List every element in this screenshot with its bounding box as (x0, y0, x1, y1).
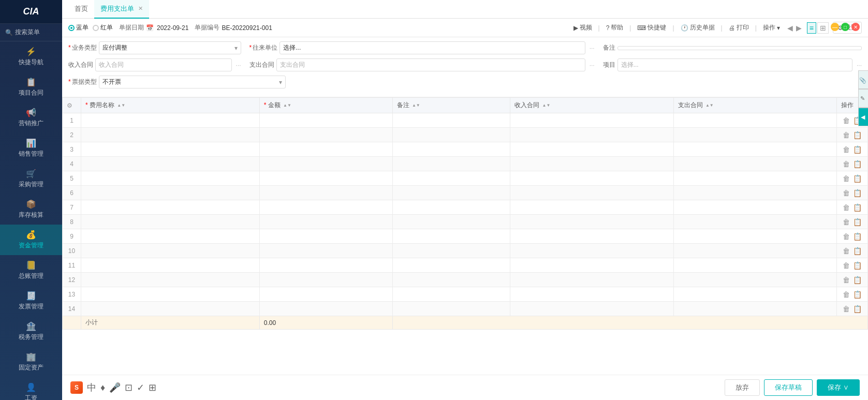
tab-home[interactable]: 首页 (68, 0, 94, 19)
expense-contract-cell[interactable] (673, 142, 836, 157)
expense-name-cell[interactable] (81, 215, 260, 229)
expense-contract-header[interactable]: 支出合同 ▲▼ (673, 98, 836, 113)
amount-cell[interactable] (259, 273, 392, 287)
save-button[interactable]: 保存 ∨ (817, 379, 860, 396)
shortcuts-btn[interactable]: ⌨ 快捷键 (635, 22, 668, 33)
copy-row-btn[interactable]: 📋 (853, 261, 862, 270)
blue-bill-radio[interactable]: 蓝单 (68, 23, 89, 32)
sidebar-item-payroll[interactable]: 👤 工资 (0, 377, 62, 400)
expense-contract-cell[interactable] (673, 113, 836, 128)
discard-button[interactable]: 放弃 (725, 379, 760, 396)
delete-row-btn[interactable]: 🗑 (843, 290, 850, 299)
amount-cell[interactable] (259, 302, 392, 316)
expense-name-cell[interactable] (81, 186, 260, 200)
income-contract-cell[interactable] (510, 273, 673, 287)
amount-sort[interactable]: ▲▼ (283, 103, 291, 108)
amount-cell[interactable] (259, 215, 392, 229)
expense-contract-cell[interactable] (673, 215, 836, 229)
amount-cell[interactable] (259, 157, 392, 171)
income-contract-cell[interactable] (510, 258, 673, 273)
sidebar-item-invoice[interactable]: 🧾 发票管理 (0, 286, 62, 316)
amount-cell[interactable] (259, 229, 392, 244)
note-cell[interactable] (392, 302, 510, 316)
expense-contract-cell[interactable] (673, 258, 836, 273)
income-contract-cell[interactable] (510, 287, 673, 302)
expense-name-cell[interactable] (81, 157, 260, 171)
amount-cell[interactable] (259, 186, 392, 200)
expense-contract-cell[interactable] (673, 229, 836, 244)
help-btn[interactable]: ? 帮助 (604, 22, 626, 33)
income-contract-cell[interactable] (510, 186, 673, 200)
copy-row-btn[interactable]: 📋 (853, 305, 862, 313)
expense-name-cell[interactable] (81, 171, 260, 186)
expense-contract-cell[interactable] (673, 244, 836, 258)
expense-name-cell[interactable] (81, 287, 260, 302)
diamond-icon[interactable]: ♦ (100, 382, 105, 393)
income-contract-cell[interactable] (510, 128, 673, 142)
collapse-side-btn[interactable]: ◀ (858, 108, 868, 126)
grid-icon[interactable]: ⊞ (149, 382, 156, 393)
amount-cell[interactable] (259, 171, 392, 186)
expense-name-cell[interactable] (81, 273, 260, 287)
amount-cell[interactable] (259, 200, 392, 215)
expense-name-cell[interactable] (81, 128, 260, 142)
view-list-btn[interactable]: ≡ (807, 22, 816, 34)
note-cell[interactable] (392, 142, 510, 157)
delete-row-btn[interactable]: 🗑 (843, 203, 850, 212)
settings-column-header[interactable]: ⚙ (63, 98, 81, 113)
note-cell[interactable] (392, 128, 510, 142)
amount-cell[interactable] (259, 287, 392, 302)
expense-contract-cell[interactable] (673, 302, 836, 316)
biz-type-select[interactable]: 应付调整 ▾ (99, 41, 241, 54)
remark-input[interactable] (617, 46, 862, 50)
delete-row-btn[interactable]: 🗑 (843, 218, 850, 226)
copy-row-btn[interactable]: 📋 (853, 247, 862, 255)
expense-contract-input[interactable]: 支出合同 (276, 58, 585, 71)
amount-cell[interactable] (259, 142, 392, 157)
delete-row-btn[interactable]: 🗑 (843, 116, 850, 125)
print-btn[interactable]: 🖨 打印 (727, 22, 751, 33)
income-contract-cell[interactable] (510, 244, 673, 258)
copy-row-btn[interactable]: 📋 (853, 174, 862, 183)
expense-contract-cell[interactable] (673, 157, 836, 171)
expense-name-cell[interactable] (81, 244, 260, 258)
amount-cell[interactable] (259, 113, 392, 128)
sidebar-item-accounting[interactable]: 📒 总账管理 (0, 255, 62, 286)
note-cell[interactable] (392, 157, 510, 171)
note-cell[interactable] (392, 273, 510, 287)
copy-row-btn[interactable]: 📋 (853, 189, 862, 197)
income-contract-more[interactable]: ··· (236, 62, 241, 69)
income-contract-cell[interactable] (510, 302, 673, 316)
delete-row-btn[interactable]: 🗑 (843, 261, 850, 270)
sidebar-item-inventory[interactable]: 📦 库存核算 (0, 194, 62, 225)
expense-name-header[interactable]: * 费用名称 ▲▼ (81, 98, 260, 113)
nav-next-btn[interactable]: ▶ (795, 24, 803, 32)
expense-contract-cell[interactable] (673, 186, 836, 200)
note-cell[interactable] (392, 244, 510, 258)
expense-contract-more[interactable]: ··· (590, 62, 595, 69)
doc-num-value[interactable]: BE-20220921-001 (222, 24, 272, 32)
expense-name-cell[interactable] (81, 229, 260, 244)
sidebar-item-capital[interactable]: 💰 资金管理 (0, 225, 62, 255)
video-btn[interactable]: ▶ 视频 (571, 22, 594, 33)
note-cell[interactable] (392, 215, 510, 229)
expense-name-cell[interactable] (81, 200, 260, 215)
copy-row-btn[interactable]: 📋 (853, 203, 862, 212)
income-contract-cell[interactable] (510, 215, 673, 229)
partner-more[interactable]: ··· (590, 45, 595, 52)
expense-contract-sort[interactable]: ▲▼ (705, 103, 714, 108)
income-contract-input[interactable]: 收入合同 (95, 58, 232, 71)
copy-row-btn[interactable]: 📋 (853, 131, 862, 139)
nav-prev-btn[interactable]: ◀ (786, 24, 794, 32)
check-icon[interactable]: ✓ (137, 382, 144, 393)
mic-icon[interactable]: 🎤 (109, 382, 121, 393)
zhong-icon[interactable]: 中 (87, 381, 96, 394)
window-close-btn[interactable]: ✕ (851, 23, 860, 31)
edit-side-btn[interactable]: ✎ (858, 89, 868, 108)
invoice-type-select[interactable]: 不开票 ▾ (99, 76, 286, 88)
expense-contract-cell[interactable] (673, 273, 836, 287)
operations-btn[interactable]: 操作 ▾ (761, 22, 782, 33)
tab-expense[interactable]: 费用支出单 ✕ (94, 0, 149, 19)
note-cell[interactable] (392, 200, 510, 215)
window-maximize-btn[interactable]: □ (841, 23, 849, 31)
